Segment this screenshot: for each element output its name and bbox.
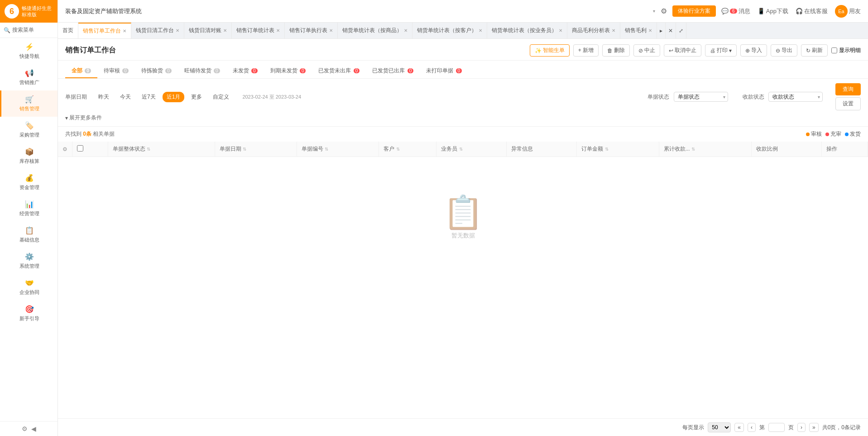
tab-nav-close-all[interactable]: ✕ (666, 23, 676, 39)
refresh-button[interactable]: ↻ 刷新 (801, 44, 828, 57)
header-chevron-icon[interactable]: ▾ (653, 9, 655, 14)
tab-sales-gross[interactable]: 销售毛利 ✕ (620, 23, 657, 39)
tab-nav-expand[interactable]: ⤢ (676, 23, 686, 39)
th-settings[interactable]: ⚙ (58, 142, 72, 157)
review-action[interactable]: 审核 (806, 130, 822, 138)
sidebar-settings-icon[interactable]: ⚙ (22, 425, 28, 432)
sub-tab-shipped-not-out[interactable]: 已发货未出库 0 (312, 64, 366, 78)
collected-sort-icon[interactable]: ⇅ (691, 147, 695, 152)
tab-close-exec[interactable]: ✕ (329, 28, 333, 33)
user-area[interactable]: Ea 用友 (835, 5, 861, 18)
filter-yesterday[interactable]: 昨天 (94, 92, 113, 102)
tab-close-stats[interactable]: ✕ (276, 28, 280, 33)
sub-tab-pending-review[interactable]: 待审核 0 (97, 64, 135, 78)
sidebar-item-finance[interactable]: 💰 资金管理 (0, 169, 58, 195)
tab-home[interactable]: 首页 (58, 23, 78, 39)
tab-close-product[interactable]: ✕ (404, 28, 408, 33)
sub-tab-not-printed[interactable]: 未打印单据 0 (420, 64, 468, 78)
status-filter-select[interactable]: 单据状态 (674, 92, 728, 102)
last-page-button[interactable]: » (809, 423, 819, 432)
date-sort-icon[interactable]: ⇅ (243, 147, 246, 152)
online-service-button[interactable]: 🎧 在线客服 (796, 7, 828, 15)
filter-7days[interactable]: 近7天 (138, 92, 160, 102)
import-button[interactable]: ⊕ 导入 (740, 44, 767, 57)
tab-cash-daily-workbench[interactable]: 钱货日清工作台 ✕ (131, 23, 184, 39)
customer-sort-icon[interactable]: ⇅ (396, 147, 400, 152)
filter-today[interactable]: 今天 (116, 92, 135, 102)
delete-button[interactable]: 🗑 删除 (602, 44, 630, 57)
sub-tab-expired-not-shipped[interactable]: 到期未发货 0 (264, 64, 312, 78)
staff-sort-icon[interactable]: ⇅ (459, 147, 463, 152)
tab-close-sales-order[interactable]: ✕ (123, 28, 126, 33)
tab-cash-reconciliation[interactable]: 钱货日清对账 ✕ (184, 23, 232, 39)
tab-sales-stats-customer[interactable]: 销货单统计表（按客户） ✕ (412, 23, 487, 39)
expand-filters-button[interactable]: ▾ 展开更多条件 (65, 114, 102, 122)
filter-setting-button[interactable]: 设置 (835, 97, 861, 110)
tab-close-gross[interactable]: ✕ (648, 28, 652, 33)
number-sort-icon[interactable]: ⇅ (325, 147, 328, 152)
print-button[interactable]: 🖨 打印 ▾ (705, 44, 737, 57)
export-button[interactable]: ⊖ 导出 (771, 44, 797, 57)
sidebar-item-inventory[interactable]: 📦 库存核算 (0, 143, 58, 169)
tab-sales-stats-staff[interactable]: 销货单统计表（按业务员） ✕ (487, 23, 567, 39)
tab-close-cash-daily[interactable]: ✕ (176, 28, 179, 33)
amount-sort-icon[interactable]: ⇅ (605, 147, 609, 152)
message-button[interactable]: 💬 6 消息 (721, 7, 750, 15)
cancel-stop-button[interactable]: ↩ 取消中止 (664, 44, 701, 57)
query-button[interactable]: 查询 (835, 83, 861, 95)
header-settings-icon[interactable]: ⚙ (661, 7, 667, 15)
table-scroll[interactable]: ⚙ 单据整体状态 ⇅ 单据日期 ⇅ 单据编号 ⇅ 客户 ⇅ 业务员 ⇅ 异常信息… (58, 142, 868, 418)
sidebar-item-newbie[interactable]: 🎯 新手引导 (0, 300, 58, 327)
sidebar-item-quick-nav[interactable]: ⚡ 快捷导航 (0, 38, 58, 64)
tab-sales-order-stats[interactable]: 销售订单统计表 ✕ (232, 23, 285, 39)
sub-tab-wangpu[interactable]: 旺铺待发货 0 (178, 64, 226, 78)
tab-close-staff[interactable]: ✕ (559, 28, 562, 33)
sidebar-collapse-icon[interactable]: ◀ (31, 425, 36, 432)
sidebar-item-basic-info[interactable]: 📋 基础信息 (0, 222, 58, 248)
empty-text: 暂无数据 (451, 232, 475, 240)
column-settings-icon[interactable]: ⚙ (62, 146, 67, 152)
sidebar-item-sales[interactable]: 🛒 销售管理 (0, 90, 58, 117)
tab-close-customer[interactable]: ✕ (479, 28, 482, 33)
sub-tab-not-shipped[interactable]: 未发货 0 (226, 64, 264, 78)
prev-page-button[interactable]: ‹ (748, 423, 756, 432)
select-all-checkbox[interactable] (77, 145, 83, 152)
solution-button[interactable]: 体验行业方案 (672, 5, 716, 17)
sub-tab-shipped-out[interactable]: 已发货已出库 0 (366, 64, 420, 78)
tab-sales-stats-product[interactable]: 销货单统计表（按商品） ✕ (338, 23, 412, 39)
show-detail-label[interactable]: 显示明细 (831, 47, 861, 54)
per-page-select[interactable]: 50 10 20 100 (708, 422, 731, 432)
page-input[interactable]: 1 (768, 423, 785, 432)
tab-goods-margin[interactable]: 商品毛利分析表 ✕ (567, 23, 620, 39)
filter-more[interactable]: 更多 (187, 92, 206, 102)
sub-tab-pending-inspect[interactable]: 待拣验货 0 (135, 64, 178, 78)
sub-tab-all[interactable]: 全部 0 (65, 64, 97, 78)
status-sort-icon[interactable]: ⇅ (147, 147, 150, 152)
add-button[interactable]: + 新增 (573, 44, 599, 57)
next-page-button[interactable]: › (797, 423, 806, 432)
filter-custom[interactable]: 自定义 (209, 92, 233, 102)
sidebar-item-marketing[interactable]: 📢 营销推广 (0, 64, 58, 90)
tab-sales-order-workbench[interactable]: 销售订单工作台 ✕ (78, 23, 131, 39)
ai-generate-button[interactable]: ✨ 智能生单 (530, 44, 570, 57)
sidebar-search[interactable]: 🔍 搜索菜单 (0, 23, 58, 38)
show-detail-checkbox[interactable] (831, 47, 837, 53)
tab-nav-more[interactable]: ▸ (657, 23, 666, 39)
ship-action[interactable]: 发货 (845, 130, 861, 138)
app-download-button[interactable]: 📱 App下载 (758, 7, 788, 15)
sidebar-item-operation[interactable]: 📊 经营管理 (0, 195, 58, 222)
first-page-button[interactable]: « (734, 423, 744, 432)
purchase-icon: 🏷️ (25, 121, 34, 130)
th-checkbox[interactable] (72, 142, 108, 157)
sidebar-item-system[interactable]: ⚙️ 系统管理 (0, 248, 58, 274)
filter-1month[interactable]: 近1月 (163, 92, 185, 102)
tab-close-margin[interactable]: ✕ (612, 28, 615, 33)
print-chevron-icon: ▾ (729, 47, 732, 54)
tab-close-reconciliation[interactable]: ✕ (223, 28, 227, 33)
uncheck-action[interactable]: 充审 (825, 130, 841, 138)
stop-button[interactable]: ⊘ 中止 (633, 44, 660, 57)
payment-filter-select[interactable]: 收款状态 (768, 92, 823, 102)
tab-sales-order-exec[interactable]: 销售订单执行表 ✕ (285, 23, 338, 39)
sidebar-item-cooperation[interactable]: 🤝 企业协同 (0, 274, 58, 300)
sidebar-item-purchase[interactable]: 🏷️ 采购管理 (0, 117, 58, 143)
